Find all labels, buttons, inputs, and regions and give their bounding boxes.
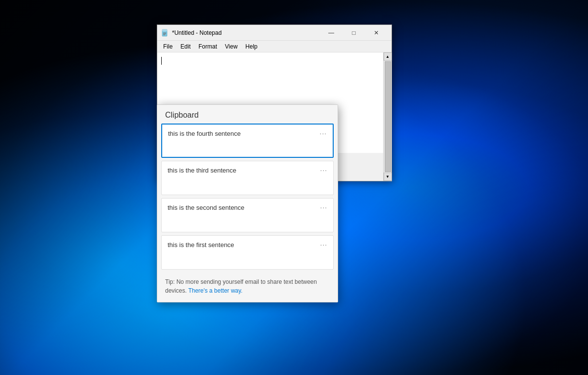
close-button[interactable]: ✕ (365, 25, 388, 41)
menu-bar: File Edit Format View Help (157, 41, 392, 52)
vertical-scrollbar[interactable]: ▲ ▼ (383, 52, 392, 181)
tip-link[interactable]: There's a better way. (188, 287, 243, 294)
clipboard-item-more-button[interactable]: ··· (319, 129, 327, 137)
minimize-button[interactable]: — (320, 25, 343, 41)
clipboard-item-more-button[interactable]: ··· (320, 241, 327, 249)
scroll-down-arrow[interactable]: ▼ (384, 173, 392, 181)
menu-edit[interactable]: Edit (176, 41, 195, 52)
clipboard-items-list: this is the fourth sentence ··· this is … (157, 124, 338, 273)
clipboard-item[interactable]: this is the first sentence ··· (161, 235, 334, 270)
clipboard-item[interactable]: this is the second sentence ··· (161, 198, 334, 232)
clipboard-item-text: this is the fourth sentence (168, 129, 316, 138)
clipboard-tip: Tip: No more sending yourself email to s… (157, 273, 338, 302)
title-bar: *Untitled - Notepad — □ ✕ (157, 25, 392, 41)
scroll-up-arrow[interactable]: ▲ (384, 52, 392, 61)
window-controls: — □ ✕ (320, 25, 388, 41)
notepad-icon (161, 29, 169, 37)
clipboard-item-more-button[interactable]: ··· (320, 203, 327, 211)
clipboard-item[interactable]: this is the third sentence ··· (161, 161, 334, 195)
maximize-button[interactable]: □ (343, 25, 365, 41)
clipboard-item[interactable]: this is the fourth sentence ··· (161, 124, 334, 158)
menu-help[interactable]: Help (242, 41, 262, 52)
clipboard-item-text: this is the first sentence (168, 241, 316, 250)
clipboard-item-text: this is the second sentence (168, 203, 316, 212)
clipboard-panel: Clipboard this is the fourth sentence ··… (157, 104, 338, 302)
text-cursor (161, 57, 162, 65)
window-title: *Untitled - Notepad (172, 29, 320, 36)
scroll-thumb[interactable] (385, 61, 391, 172)
svg-rect-1 (162, 29, 167, 31)
menu-view[interactable]: View (221, 41, 242, 52)
clipboard-item-text: this is the third sentence (168, 166, 316, 175)
menu-format[interactable]: Format (195, 41, 221, 52)
clipboard-header: Clipboard (157, 105, 338, 124)
menu-file[interactable]: File (159, 41, 176, 52)
clipboard-item-more-button[interactable]: ··· (320, 166, 327, 174)
